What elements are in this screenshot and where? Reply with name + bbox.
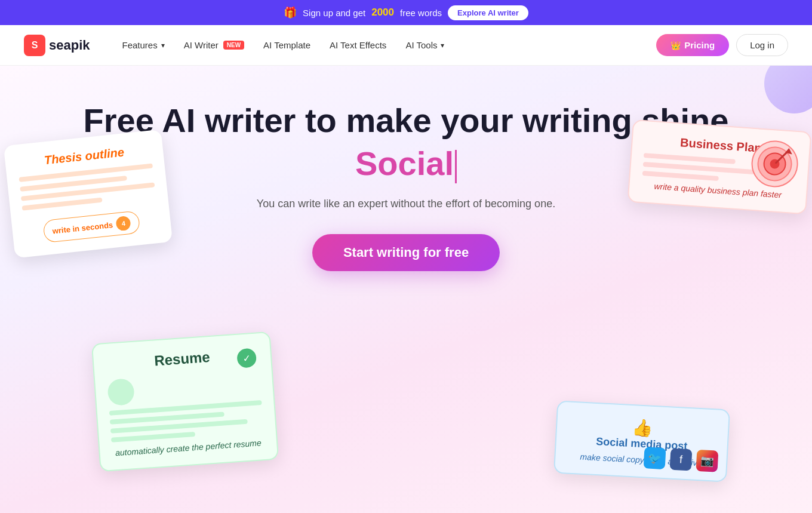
- twitter-icon: 🐦: [644, 447, 666, 469]
- business-note: write a quality business plan faster: [641, 180, 794, 201]
- gift-icon: 🎁: [284, 6, 297, 19]
- thesis-line-2: [20, 176, 127, 192]
- thesis-card-title: Thesis outline: [17, 143, 152, 170]
- nav-ai-writer[interactable]: AI Writer NEW: [176, 35, 253, 55]
- thesis-btn-label: write in seconds: [52, 220, 113, 235]
- logo-icon: S: [24, 35, 45, 56]
- nav-ai-tools[interactable]: AI Tools ▾: [397, 35, 453, 55]
- target-icon: [749, 139, 800, 189]
- top-banner: 🎁 Sign up and get 2000 free words Explor…: [0, 0, 812, 25]
- resume-avatar: [107, 378, 135, 406]
- thesis-line-1: [19, 163, 153, 182]
- like-icon: 👍: [568, 414, 716, 442]
- instagram-icon: 📷: [696, 450, 719, 472]
- ai-tools-chevron-icon: ▾: [441, 41, 444, 50]
- cursor-blink: [455, 150, 457, 183]
- resume-lines: [109, 400, 264, 443]
- nav-links: Features ▾ AI Writer NEW AI Template AI …: [114, 35, 657, 55]
- features-chevron-icon: ▾: [161, 41, 165, 50]
- nav-ai-template[interactable]: AI Template: [255, 35, 319, 55]
- card-thesis: Thesis outline write in seconds 4: [4, 130, 173, 259]
- business-lines: [642, 153, 796, 186]
- banner-text-before: Sign up and get: [303, 8, 365, 18]
- thesis-write-btn: write in seconds 4: [42, 210, 141, 243]
- explore-ai-writer-button[interactable]: Explore AI writer: [448, 5, 528, 20]
- svg-marker-5: [785, 148, 793, 155]
- pricing-button[interactable]: 👑 Pricing: [656, 34, 729, 56]
- logo-link[interactable]: S seapik: [24, 35, 90, 56]
- social-card-title: Social media post: [568, 434, 715, 454]
- ai-writer-new-badge: NEW: [223, 41, 244, 50]
- social-icons-row: 🐦 f 📷: [644, 447, 719, 472]
- svg-line-4: [776, 151, 788, 164]
- nav-right: 👑 Pricing Log in: [656, 34, 788, 56]
- start-writing-button[interactable]: Start writing for free: [312, 234, 500, 271]
- crown-icon: 👑: [670, 41, 681, 50]
- navbar: S seapik Features ▾ AI Writer NEW AI Tem…: [0, 25, 812, 66]
- hero-title: Free AI writer to make your writing shin…: [84, 102, 729, 140]
- nav-features[interactable]: Features ▾: [114, 35, 173, 55]
- hero-section: Free AI writer to make your writing shin…: [0, 66, 812, 513]
- card-resume: ✓ Resume automatically create the perfec…: [91, 331, 279, 472]
- banner-text-after: free words: [400, 8, 442, 18]
- resume-check-icon: ✓: [236, 348, 257, 368]
- resume-card-title: Resume: [105, 345, 259, 373]
- logo-text: seapik: [49, 38, 90, 53]
- card-social: 👍 Social media post make social copy mor…: [553, 400, 730, 482]
- thesis-line-3: [21, 182, 155, 201]
- hero-description: You can write like an expert without the…: [257, 198, 555, 210]
- resume-note: automatically create the perfect resume: [112, 438, 264, 458]
- login-button[interactable]: Log in: [736, 34, 788, 56]
- facebook-icon: f: [670, 449, 693, 471]
- thesis-line-4: [22, 198, 103, 211]
- hero-animated-text: Social: [355, 145, 457, 183]
- thesis-badge: 4: [116, 216, 131, 231]
- svg-point-3: [770, 159, 780, 169]
- svg-point-2: [763, 152, 786, 175]
- deco-circle: [764, 66, 812, 113]
- nav-ai-text-effects[interactable]: AI Text Effects: [321, 35, 395, 55]
- social-note: make social copy more attractive: [567, 451, 715, 469]
- svg-point-0: [751, 140, 799, 188]
- svg-point-1: [757, 146, 793, 182]
- banner-highlight: 2000: [371, 7, 394, 19]
